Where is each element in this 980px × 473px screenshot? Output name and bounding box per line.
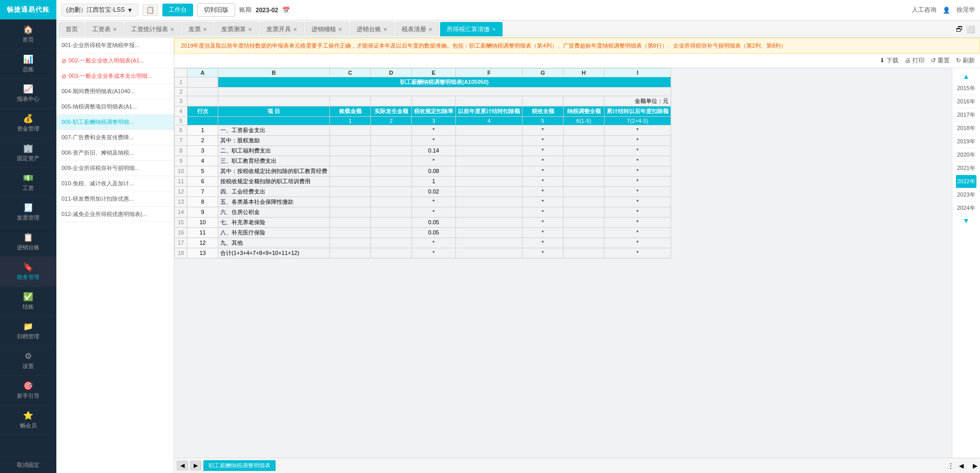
tab-audit-close[interactable]: ✕ <box>338 27 342 32</box>
row-label[interactable]: 合计(1+3+4+7+8+9+10+11+12) <box>218 248 330 258</box>
cell-f[interactable] <box>456 145 523 156</box>
cell-e[interactable]: * <box>412 135 456 145</box>
tab-sales-ledger-close[interactable]: ✕ <box>383 27 387 32</box>
cell-d[interactable] <box>371 217 412 227</box>
tab-tax-register[interactable]: 税表清册 ✕ <box>395 22 439 36</box>
sheet-menu-icon[interactable]: ⋮ <box>945 462 957 469</box>
row-label[interactable]: 九、其他 <box>218 238 330 248</box>
cell-c[interactable] <box>330 135 371 145</box>
cell-g[interactable]: * <box>523 176 564 186</box>
cell-f[interactable] <box>456 125 523 135</box>
cell-h[interactable] <box>564 227 604 238</box>
cell-f[interactable] <box>456 186 523 197</box>
row-label[interactable]: 一、工资薪金支出 <box>218 125 330 135</box>
tab-invoice-issue[interactable]: 发票开具 ✕ <box>260 22 304 36</box>
download-btn[interactable]: ⬇ 下载 <box>880 56 899 65</box>
cell-c[interactable] <box>330 145 371 156</box>
list-item-006[interactable]: 006-职工薪酬纳税调整明细... <box>56 115 174 130</box>
cell-e[interactable]: 0.05 <box>412 227 456 238</box>
tab-tax-settlement-close[interactable]: ✕ <box>492 27 496 32</box>
cell-c[interactable] <box>330 248 371 258</box>
row-label[interactable]: 其中：按税收规定比例扣除的职工教育经费 <box>218 166 330 176</box>
cell-h[interactable] <box>564 166 604 176</box>
sidebar-item-sales[interactable]: 📋 进销台账 <box>0 227 56 257</box>
cell-e[interactable]: * <box>412 156 456 166</box>
cell-i[interactable]: * <box>604 227 671 238</box>
cell-h[interactable] <box>564 145 604 156</box>
row-label[interactable]: 按税收规定全额扣除的职工培训费用 <box>218 176 330 186</box>
cell-e[interactable]: 0.05 <box>412 217 456 227</box>
tab-salary[interactable]: 工资表 ✕ <box>86 22 123 36</box>
year-item[interactable]: 2017年 <box>956 109 976 122</box>
list-item-011[interactable]: 011-研发费用加计扣除优惠... <box>56 191 174 207</box>
year-item[interactable]: 2019年 <box>956 135 976 148</box>
print-btn[interactable]: 🖨 打印 <box>905 56 925 65</box>
sidebar-item-salary[interactable]: 💵 工资 <box>0 168 56 198</box>
cell-g[interactable]: * <box>523 186 564 197</box>
cell-i[interactable]: * <box>604 197 671 207</box>
minimize-btn[interactable]: 🗗 <box>956 25 963 33</box>
sheet-scroll[interactable]: A B C D E F G H I <box>174 68 952 458</box>
cell-h[interactable] <box>564 176 604 186</box>
cell-i[interactable]: * <box>604 186 671 197</box>
cell-c[interactable] <box>330 156 371 166</box>
year-item[interactable]: 2016年 <box>956 95 976 109</box>
tab-tax-settlement[interactable]: 所得税汇算清缴 ✕ <box>440 22 503 36</box>
scroll-right-btn[interactable]: ▶ <box>973 462 977 469</box>
cell-d[interactable] <box>371 145 412 156</box>
cell-d[interactable] <box>371 176 412 186</box>
row-label[interactable]: 六、住房公积金 <box>218 207 330 217</box>
sidebar-item-finance[interactable]: 💰 资金管理 <box>0 109 56 138</box>
cell-g[interactable]: * <box>523 217 564 227</box>
cell-e[interactable]: * <box>412 207 456 217</box>
list-item-005[interactable]: 005-纳税调整项目明细表(A1... <box>56 99 174 115</box>
cell-f[interactable] <box>456 166 523 176</box>
sidebar-item-ledger[interactable]: 📊 总账 <box>0 49 56 79</box>
cell-i[interactable]: * <box>604 248 671 258</box>
cell-g[interactable]: * <box>523 135 564 145</box>
cell-e[interactable]: * <box>412 238 456 248</box>
list-item-010[interactable]: 010-免税、减计收入及加计... <box>56 176 174 191</box>
tab-audit[interactable]: 进销稽核 ✕ <box>305 22 349 36</box>
year-scroll-down[interactable]: ▼ <box>952 215 980 226</box>
tab-invoice-calc[interactable]: 发票测算 ✕ <box>215 22 259 36</box>
cell-e[interactable]: * <box>412 197 456 207</box>
year-scroll-up[interactable]: ▲ <box>952 71 980 82</box>
next-sheet-btn[interactable]: ▶ <box>190 461 201 470</box>
cell-h[interactable] <box>564 156 604 166</box>
cell-g[interactable]: * <box>523 125 564 135</box>
tab-invoice-issue-close[interactable]: ✕ <box>293 27 297 32</box>
cell-h[interactable] <box>564 238 604 248</box>
row-label[interactable]: 三、职工教育经费支出 <box>218 156 330 166</box>
user-name[interactable]: 徐淫华 <box>956 6 975 14</box>
cell-d[interactable] <box>371 197 412 207</box>
cell-e[interactable]: * <box>412 125 456 135</box>
tab-tax-register-close[interactable]: ✕ <box>428 27 432 32</box>
cell-e[interactable]: 0.02 <box>412 186 456 197</box>
cell-h[interactable] <box>564 186 604 197</box>
cell-h[interactable] <box>564 217 604 227</box>
cell-d[interactable] <box>371 207 412 217</box>
list-item-003[interactable]: ⊘ 003-一般企业业务成本支出明细... <box>56 69 174 84</box>
tab-invoice-calc-close[interactable]: ✕ <box>248 27 252 32</box>
workspace-btn[interactable]: 工作台 <box>162 4 193 16</box>
cell-d[interactable] <box>371 156 412 166</box>
row-label[interactable]: 二、职工福利费支出 <box>218 145 330 156</box>
cell-g[interactable]: * <box>523 197 564 207</box>
sidebar-item-reports[interactable]: 📈 报表中心 <box>0 79 56 109</box>
cell-h[interactable] <box>564 135 604 145</box>
reset-btn[interactable]: ↺ 重置 <box>931 56 950 65</box>
cell-e[interactable]: 1 <box>412 176 456 186</box>
cell-c[interactable] <box>330 176 371 186</box>
cell-i[interactable]: * <box>604 156 671 166</box>
bottom-tab-active[interactable]: 职工薪酬纳税调整明细表 <box>203 460 276 471</box>
row-label[interactable]: 五、各类基本社会保障性缴款 <box>218 197 330 207</box>
sidebar-item-close[interactable]: ✅ 结账 <box>0 287 56 316</box>
cell-g[interactable]: * <box>523 145 564 156</box>
list-item-012[interactable]: 012-减免企业所得税优惠明细表(... <box>56 207 174 222</box>
tab-home[interactable]: 首页 <box>59 22 85 36</box>
year-item[interactable]: 2021年 <box>956 162 976 175</box>
cell-i[interactable]: * <box>604 238 671 248</box>
tab-salary-report-close[interactable]: ✕ <box>170 27 174 32</box>
tab-salary-close[interactable]: ✕ <box>113 27 117 32</box>
